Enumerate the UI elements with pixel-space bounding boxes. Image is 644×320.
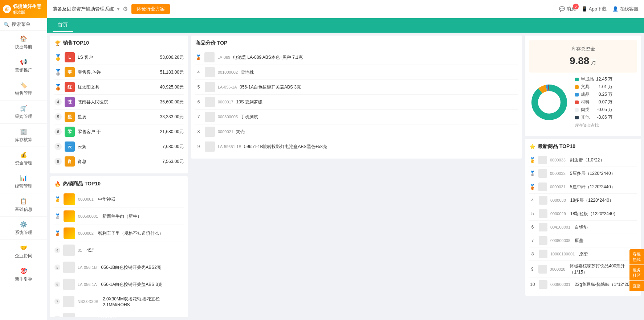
- product-name: 056-1A白色按键开关盖ABS 3克: [240, 85, 301, 90]
- latest-name: 原垄: [575, 238, 583, 244]
- sidebar-label: 采购管理: [15, 114, 32, 120]
- page-nav: 首页: [47, 18, 644, 33]
- sidebar-label: 资金管理: [15, 160, 32, 166]
- sidebar-item-collab[interactable]: 🤝 企业协同: [0, 240, 47, 263]
- latest-name: 22g鱼豆腐-烧烤味（1*12*20）: [575, 282, 634, 288]
- star-icon: ⭐: [529, 144, 535, 149]
- latest-img: [539, 236, 547, 245]
- settings-icon[interactable]: ⚙: [123, 5, 128, 12]
- system-icon: ⚙️: [20, 220, 28, 228]
- product-img: [64, 210, 75, 222]
- product-code: LA-056-1A: [78, 282, 97, 287]
- hot-product-item: 4 01 45#: [54, 242, 184, 259]
- sidebar-label: 新手引导: [15, 276, 32, 282]
- app-download-button[interactable]: 📱 App下载: [582, 6, 607, 12]
- float-live[interactable]: 直播: [629, 281, 644, 291]
- sidebar-item-system[interactable]: ⚙️ 系统管理: [0, 217, 47, 240]
- latest-name: 原垄: [579, 251, 588, 257]
- product-name: 056-1B白色按键开关壳ABS2壳: [101, 264, 161, 271]
- medal-icon: 🥉: [529, 184, 535, 190]
- inventory-value: 9.88: [570, 55, 590, 66]
- content-area: 🏆 销售TOP10 🥇 L LS 客户 53,006.26元 🥈 零 零售客户-…: [47, 33, 644, 320]
- sidebar-item-purchase[interactable]: 🛒 采购管理: [0, 100, 47, 124]
- sales-ranking-title: 🏆 销售TOP10: [54, 40, 184, 46]
- sidebar-item-basic-info[interactable]: 📋 基础信息: [0, 193, 47, 217]
- product-code: LA-056-1B: [78, 265, 97, 270]
- nav-home[interactable]: 首页: [53, 19, 73, 32]
- rank-num: 6: [195, 99, 202, 104]
- legend-item: 成品 0.25 万: [575, 91, 612, 98]
- float-community[interactable]: 服务社区: [629, 265, 644, 280]
- service-label: 在线客服: [620, 6, 639, 12]
- message-icon: 💬: [559, 6, 565, 12]
- float-service[interactable]: 客服热线: [629, 249, 644, 264]
- medal-bronze-icon: 🥉: [54, 84, 62, 91]
- sales-ranking-list: 🥇 L LS 客户 53,006.26元 🥈 零 零售客户-许 51,183.0…: [54, 50, 184, 169]
- latest-item: 10 003800001 22g鱼豆腐-烧烤味（1*12*20）: [529, 278, 637, 291]
- product-img: [205, 127, 215, 137]
- product-img: [63, 279, 75, 290]
- message-button[interactable]: 💬 消息 6: [559, 6, 576, 12]
- rank-num: 7: [529, 238, 536, 243]
- product-list-item: 7 000800005 手机测试: [195, 110, 518, 124]
- rank-amount: 40,925.00元: [160, 84, 184, 90]
- latest-img: [539, 250, 547, 258]
- dropdown-icon[interactable]: ▼: [116, 7, 121, 12]
- sidebar-item-operation[interactable]: 📊 经营管理: [0, 170, 47, 193]
- sidebar-item-marketing[interactable]: 📢 营销推广: [0, 54, 47, 77]
- legend-item: 材料 0.07 万: [575, 99, 612, 105]
- rank-avatar: 星: [65, 112, 75, 122]
- main-content: 装备及固定资产辅助管理系统 ▼ ⚙ 体验行业方案 💬 消息 6 📱 App下载 …: [47, 0, 644, 320]
- app-icon: 📱: [582, 6, 587, 12]
- ranking-item: 🥉 红 红太阳文具 40,925.00元: [54, 80, 184, 95]
- rank-num: 8: [529, 251, 536, 257]
- product-list-item: 🥉 LA-089 电池盖 LA-089 ABS本色+黑种 7.1克: [195, 50, 518, 65]
- ranking-item: 🥇 L LS 客户 53,006.26元: [54, 50, 184, 65]
- service-icon: 👤: [612, 6, 618, 12]
- ranking-item: 4 苍 苍南县人民医院 36,600.00元: [54, 95, 184, 110]
- latest-name: 18多层（1220*2440）: [570, 197, 614, 204]
- message-badge: 6: [573, 4, 579, 9]
- latest-img: [538, 265, 547, 274]
- product-list-mid-title: 商品分价 TOP: [195, 40, 518, 46]
- legend-value: -3.86 万: [597, 114, 613, 120]
- latest-item: 4 0000030 18多层（1220*2440）: [529, 194, 637, 207]
- latest-code: 003800001: [550, 282, 570, 287]
- online-service-button[interactable]: 👤 在线客服: [612, 6, 639, 12]
- product-info: 001000002 雪地靴: [218, 69, 518, 75]
- latest-code: 0000029: [550, 212, 566, 216]
- latest-img: [539, 280, 547, 289]
- sales-ranking-card: 🏆 销售TOP10 🥇 L LS 客户 53,006.26元 🥈 零 零售客户-…: [50, 36, 188, 173]
- medal-icon: 🥈: [529, 171, 535, 176]
- legend-value: 0.07 万: [599, 99, 613, 105]
- rank-avatar: 肖: [65, 156, 75, 167]
- trial-button[interactable]: 体验行业方案: [131, 4, 170, 14]
- fire-icon: 🔥: [54, 181, 61, 187]
- legend-label: 成品: [581, 91, 596, 98]
- product-name: 45#: [86, 248, 94, 253]
- product-img: [63, 296, 74, 307]
- system-selector[interactable]: 装备及固定资产辅助管理系统 ▼ ⚙: [53, 5, 128, 12]
- sidebar-item-sales[interactable]: 🏷️ 销售管理: [0, 77, 47, 100]
- product-img: [64, 227, 75, 239]
- sidebar-item-inventory[interactable]: 🏢 库存核算: [0, 124, 47, 147]
- latest-item: 🥇 0000033 封边带（1.0*22）: [529, 153, 637, 167]
- inventory-icon: 🏢: [20, 127, 28, 135]
- product-code: LA-056-1A: [218, 85, 237, 89]
- legend-value: -0.05 万: [597, 107, 613, 113]
- logo-text: 畅捷通好生意: [13, 3, 41, 10]
- rank-avatar: 零: [65, 127, 75, 137]
- latest-item: 🥉 0000031 5厘中纤（1220*2440）: [529, 180, 637, 194]
- sidebar-item-quick-nav[interactable]: 🏠 快捷导航: [0, 31, 47, 54]
- medal-silver-icon: 🥈: [54, 69, 62, 76]
- product-list-item: 5 LA-056-1A 056-1A白色按键开关盖ABS 3克: [195, 80, 518, 95]
- legend-value: 1.01 万: [599, 84, 613, 90]
- operation-icon: 📊: [20, 174, 28, 182]
- sidebar-item-finance[interactable]: 💰 资金管理: [0, 147, 47, 170]
- product-code: LA-59651-1B: [218, 144, 241, 149]
- sidebar-item-beginner[interactable]: 🎯 新手引导: [0, 263, 47, 286]
- product-name: 59651-1B旋转投影灯电池盒ABS黑色+58壳: [244, 144, 327, 149]
- latest-name: 封边带（1.0*22）: [570, 157, 604, 163]
- search-menu[interactable]: 🔍 搜索菜单: [0, 18, 47, 31]
- ranking-item: 5 星 星扬 33,333.00元: [54, 110, 184, 124]
